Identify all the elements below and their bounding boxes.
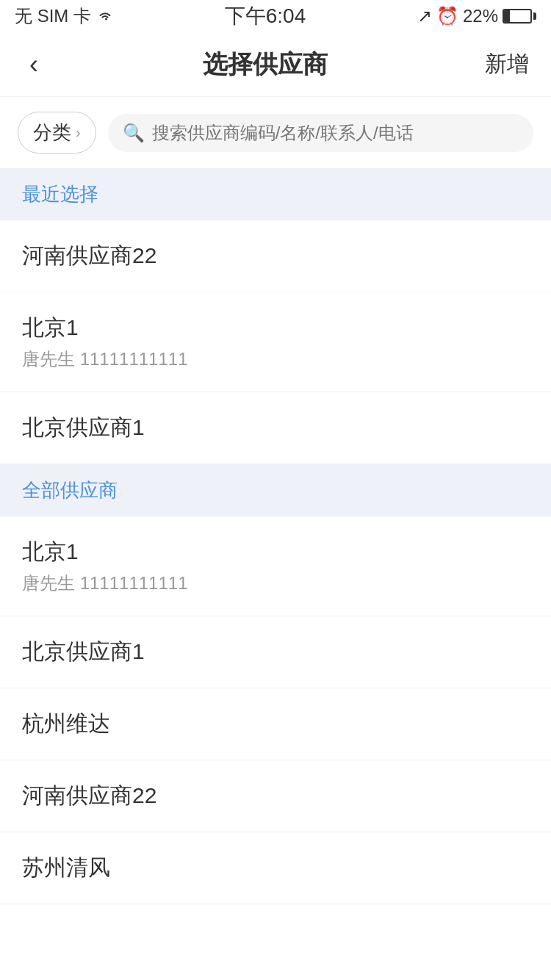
page-title: 选择供应商: [203, 48, 328, 82]
recent-section-label: 最近选择: [22, 183, 98, 205]
list-item[interactable]: 河南供应商22: [0, 220, 551, 292]
sim-text: 无 SIM 卡: [15, 4, 91, 28]
list-item[interactable]: 北京1 唐先生 11111111111: [0, 292, 551, 392]
category-button[interactable]: 分类 ›: [18, 112, 96, 154]
item-name: 河南供应商22: [22, 781, 529, 811]
list-item[interactable]: 河南供应商22: [0, 760, 551, 832]
nav-bar: ‹ 选择供应商 新增: [0, 32, 551, 97]
list-item[interactable]: 杭州维达: [0, 688, 551, 760]
chevron-right-icon: ›: [76, 124, 81, 141]
search-icon: 🔍: [123, 123, 145, 143]
item-sub: 唐先生 11111111111: [22, 572, 529, 595]
status-right: ↗ ⏰ 22%: [417, 6, 536, 26]
search-box: 🔍: [108, 114, 533, 152]
item-name: 北京1: [22, 313, 529, 343]
recent-section-header: 最近选择: [0, 168, 551, 220]
alarm-icon: ⏰: [436, 6, 458, 26]
status-time: 下午6:04: [225, 2, 306, 30]
item-sub: 唐先生 11111111111: [22, 347, 529, 371]
all-items-list: 北京1 唐先生 11111111111北京供应商1杭州维达河南供应商22苏州清风: [0, 516, 551, 904]
item-name: 北京1: [22, 537, 529, 567]
item-name: 河南供应商22: [22, 241, 529, 271]
item-name: 北京供应商1: [22, 413, 529, 443]
search-input[interactable]: [152, 123, 519, 143]
back-button[interactable]: ‹: [22, 42, 46, 87]
list-item[interactable]: 北京供应商1: [0, 616, 551, 688]
list-item[interactable]: 北京1 唐先生 11111111111: [0, 516, 551, 616]
all-section-label: 全部供应商: [22, 479, 118, 501]
item-name: 苏州清风: [22, 853, 529, 883]
wifi-icon: [97, 10, 113, 22]
status-bar: 无 SIM 卡 下午6:04 ↗ ⏰ 22%: [0, 0, 551, 32]
battery-percent: 22%: [463, 6, 498, 26]
list-item[interactable]: 北京供应商1: [0, 392, 551, 464]
category-label: 分类: [33, 120, 71, 145]
recent-items-list: 河南供应商22北京1 唐先生 11111111111北京供应商1: [0, 220, 551, 464]
item-name: 北京供应商1: [22, 637, 529, 667]
item-name: 杭州维达: [22, 709, 529, 739]
battery-icon: [503, 9, 536, 24]
list-item[interactable]: 苏州清风: [0, 832, 551, 904]
search-area: 分类 › 🔍: [0, 97, 551, 168]
location-icon: ↗: [417, 6, 432, 26]
all-section-header: 全部供应商: [0, 464, 551, 516]
add-button[interactable]: 新增: [485, 49, 529, 79]
status-left: 无 SIM 卡: [15, 4, 113, 28]
